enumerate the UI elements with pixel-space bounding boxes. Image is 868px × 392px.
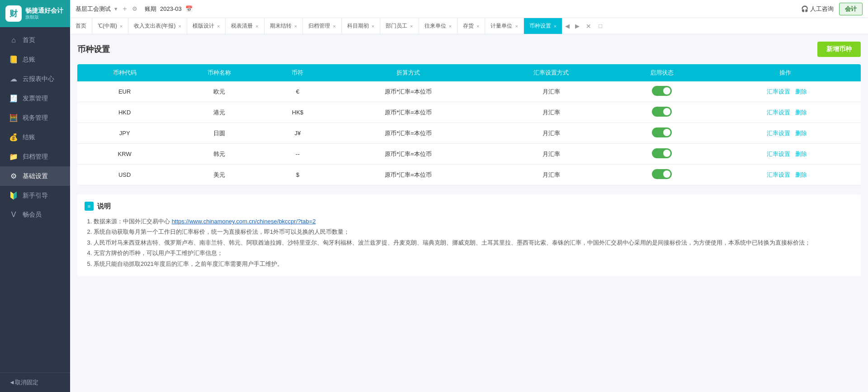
col-币种代码: 币种代码 — [77, 64, 172, 81]
table-row: EUR 欧元 € 原币*汇率=本位币 月汇率 汇率设置 删除 — [77, 81, 861, 102]
sidebar-logo: 财 畅捷通好会计 旗舰版 — [0, 0, 70, 27]
tab-label-income: 收入支出表(年报) — [134, 22, 175, 30]
tab-balance[interactable]: ℃(中期)× — [92, 18, 128, 34]
tab-close-subject[interactable]: × — [372, 24, 374, 29]
rate-setting-USD[interactable]: 汇率设置 — [767, 171, 790, 178]
tab-close-inventory[interactable]: × — [476, 24, 479, 29]
tab-home[interactable]: 首页 — [70, 18, 92, 34]
tab-label-tax: 税表清册 — [231, 22, 253, 30]
tab-close-balance[interactable]: × — [120, 24, 123, 29]
note-item-3: 无官方牌价的币种，可以用户手工维护汇率信息； — [94, 248, 854, 258]
delete-HKD[interactable]: 删除 — [795, 109, 807, 116]
toggle-HKD[interactable] — [652, 107, 672, 117]
tab-inventory[interactable]: 存货× — [458, 18, 485, 34]
cell-calc: 原币*汇率=本位币 — [329, 165, 488, 185]
accounting-button[interactable]: 会计 — [839, 3, 863, 15]
sidebar-item-basic[interactable]: ⚙基础设置 — [0, 166, 70, 186]
tab-close-partner[interactable]: × — [449, 24, 452, 29]
rate-setting-EUR[interactable]: 汇率设置 — [767, 88, 790, 95]
rate-setting-JPY[interactable]: 汇率设置 — [767, 130, 790, 137]
tab-next[interactable]: ▶ — [572, 18, 582, 34]
sidebar: 财 畅捷通好会计 旗舰版 ⌂首页📒总账☁云报表中心🧾发票管理🧮税务管理💰结账📁归… — [0, 0, 70, 392]
tab-close-archive[interactable]: × — [333, 24, 335, 29]
cell-code: JPY — [77, 123, 172, 144]
tab-partner[interactable]: 往来单位× — [419, 18, 458, 34]
close-all-tabs[interactable]: ✕ — [582, 18, 595, 34]
tab-prev[interactable]: ◀ — [562, 18, 572, 34]
tab-dept[interactable]: 部门员工× — [380, 18, 419, 34]
tab-close-unit[interactable]: × — [515, 24, 518, 29]
sidebar-item-reports[interactable]: ☁云报表中心 — [0, 69, 70, 89]
tab-income[interactable]: 收入支出表(年报)× — [128, 18, 187, 34]
cell-name: 港元 — [172, 102, 266, 123]
sidebar-item-settle[interactable]: 💰结账 — [0, 128, 70, 147]
cell-action: 汇率设置 删除 — [709, 81, 861, 102]
tab-unit[interactable]: 计量单位× — [485, 18, 524, 34]
sidebar-item-home[interactable]: ⌂首页 — [0, 31, 70, 50]
page-title: 币种设置 — [77, 44, 110, 55]
toggle-KRW[interactable] — [652, 148, 672, 158]
sidebar-item-member[interactable]: V畅会员 — [0, 205, 70, 224]
delete-USD[interactable]: 删除 — [795, 171, 807, 178]
rate-setting-HKD[interactable]: 汇率设置 — [767, 109, 790, 116]
company-dropdown-icon[interactable]: ▾ — [114, 5, 118, 12]
consult-button[interactable]: 🎧 人工咨询 — [801, 5, 834, 13]
tab-close-currency[interactable]: × — [554, 24, 557, 29]
invoice-icon: 🧾 — [9, 94, 18, 103]
tab-close-dept[interactable]: × — [410, 24, 413, 29]
add-tab-button[interactable]: ＋ — [121, 4, 128, 14]
expand-tab[interactable]: □ — [595, 18, 606, 34]
tab-close-template[interactable]: × — [217, 24, 220, 29]
col-汇率设置方式: 汇率设置方式 — [488, 64, 615, 81]
new-currency-button[interactable]: 新增币种 — [817, 42, 861, 57]
main-area: 基层工会测试 ▾ ＋ ⚙ 账期 2023-03 📅 🎧 人工咨询 会计 首页℃(… — [70, 0, 868, 392]
tab-close-period[interactable]: × — [294, 24, 297, 29]
guide-icon: 🔰 — [9, 191, 18, 200]
sidebar-item-invoice[interactable]: 🧾发票管理 — [0, 89, 70, 108]
tab-tax[interactable]: 税表清册× — [226, 18, 264, 34]
home-icon: ⌂ — [9, 36, 18, 44]
rate-setting-KRW[interactable]: 汇率设置 — [767, 151, 790, 157]
cell-name: 日圆 — [172, 123, 266, 144]
sidebar-item-archive[interactable]: 📁归档管理 — [0, 147, 70, 166]
sidebar-item-guide[interactable]: 🔰新手引导 — [0, 186, 70, 205]
notes-icon: ≡ — [85, 202, 94, 211]
sidebar-item-tax[interactable]: 🧮税务管理 — [0, 108, 70, 128]
sidebar-item-ledger[interactable]: 📒总账 — [0, 50, 70, 69]
tabbar: 首页℃(中期)×收入支出表(年报)×模版设计×税表清册×期末结转×归档管理×科目… — [70, 18, 868, 34]
toggle-knob-KRW — [663, 150, 670, 157]
tab-label-unit: 计量单位 — [491, 22, 512, 30]
cell-calc: 原币*汇率=本位币 — [329, 123, 488, 144]
notes-link[interactable]: https://www.chinamoney.com.cn/chinese/bk… — [172, 218, 316, 225]
delete-KRW[interactable]: 删除 — [795, 151, 807, 157]
toggle-USD[interactable] — [652, 169, 672, 179]
cell-code: EUR — [77, 81, 172, 102]
tab-label-archive: 归档管理 — [308, 22, 330, 30]
toggle-JPY[interactable] — [652, 128, 672, 137]
tax-icon: 🧮 — [9, 113, 18, 122]
calendar-icon[interactable]: 📅 — [185, 5, 193, 12]
cell-rate-type: 月汇率 — [488, 81, 615, 102]
period-label: 账期 — [145, 5, 156, 13]
settings-icon[interactable]: ⚙ — [132, 5, 137, 12]
note-item-4: 系统只能自动抓取2021年度后的汇率，之前年度汇率需要用户手工维护。 — [94, 259, 854, 269]
tab-close-income[interactable]: × — [178, 24, 181, 29]
consult-label: 人工咨询 — [810, 5, 834, 13]
pin-toggle[interactable]: ◄取消固定 — [0, 373, 70, 392]
tab-currency[interactable]: 币种设置× — [524, 18, 562, 34]
tab-period[interactable]: 期末结转× — [264, 18, 303, 34]
toggle-EUR[interactable] — [652, 86, 672, 96]
delete-EUR[interactable]: 删除 — [795, 88, 807, 95]
cell-enabled — [615, 81, 709, 102]
tab-archive[interactable]: 归档管理× — [303, 18, 341, 34]
cell-action: 汇率设置 删除 — [709, 144, 861, 165]
member-icon: V — [9, 211, 18, 219]
tab-subject[interactable]: 科目期初× — [342, 18, 380, 34]
col-币种名称: 币种名称 — [172, 64, 266, 81]
sidebar-label-guide: 新手引导 — [23, 192, 48, 200]
tab-close-tax[interactable]: × — [255, 24, 258, 29]
settle-icon: 💰 — [9, 133, 18, 142]
cell-code: USD — [77, 165, 172, 185]
delete-JPY[interactable]: 删除 — [795, 130, 807, 137]
tab-template[interactable]: 模版设计× — [187, 18, 226, 34]
